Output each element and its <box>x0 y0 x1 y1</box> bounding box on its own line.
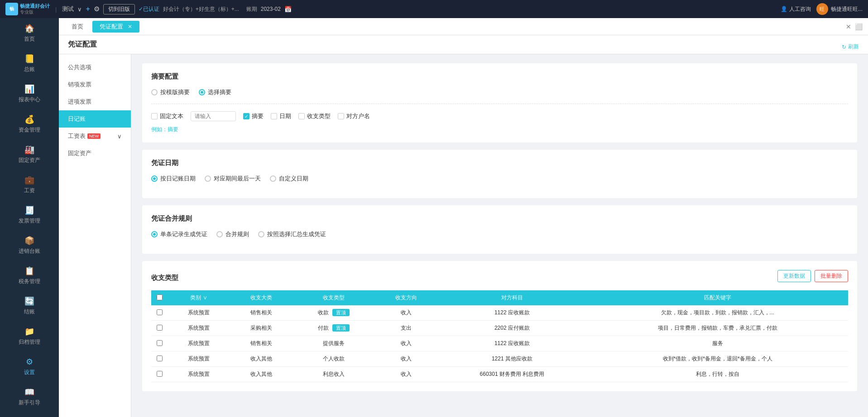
merge-rule-radio-group: 单条记录生成凭证 合并规则 按照选择汇总生成凭证 <box>151 230 848 238</box>
th-checkbox[interactable] <box>151 290 168 305</box>
checkbox-fixed-text[interactable]: 固定文本 <box>151 112 183 120</box>
avatar: 旺 <box>816 3 828 15</box>
main-content: 摘要配置 按模版摘要 选择摘要 <box>131 54 868 417</box>
th-counter-subject: 对方科目 <box>437 290 587 305</box>
sidebar-item-purchasesales[interactable]: 📦 进销台账 <box>0 230 59 261</box>
sidebar-item-tax[interactable]: 📋 税务管理 <box>0 261 59 291</box>
update-data-btn[interactable]: 更新数据 <box>777 270 811 282</box>
guide-icon: 📖 <box>24 387 34 397</box>
summary-title: 摘要配置 <box>151 72 848 81</box>
sidebar-item-settings[interactable]: ⚙ 设置 <box>0 351 59 382</box>
funds-icon: 💰 <box>24 114 34 124</box>
row-checkbox-2[interactable] <box>157 340 163 346</box>
left-nav: 公共选项 销项发票 进项发票 日记账 工资表 NEW ∨ 固定资产 <box>59 54 131 417</box>
checkbox-income-type[interactable]: 收支类型 <box>298 112 331 120</box>
left-nav-sales-invoice[interactable]: 销项发票 <box>59 76 131 93</box>
help-btn[interactable]: 👤 人工咨询 <box>781 5 811 13</box>
user-menu[interactable]: 旺 畅捷通旺旺... <box>816 3 863 15</box>
add-btn[interactable]: + <box>86 5 90 13</box>
left-nav-diary[interactable]: 日记账 <box>59 110 131 128</box>
period-label: 账期 <box>246 5 257 13</box>
top-tag-0[interactable]: 置顶 <box>332 309 350 316</box>
left-nav-fixed-assets[interactable]: 固定资产 <box>59 145 131 162</box>
sidebar-item-assets[interactable]: 🏭 固定资产 <box>0 139 59 170</box>
row-checkbox-3[interactable] <box>157 355 163 361</box>
calendar-icon[interactable]: 📅 <box>284 6 292 13</box>
salary-icon: 💼 <box>24 175 34 185</box>
sidebar-item-home[interactable]: 🏠 首页 <box>0 18 59 48</box>
sidebar: 🏠 首页 📒 总账 📊 报表中心 💰 资金管理 🏭 固定资产 💼 工资 🧾 发票… <box>0 18 59 417</box>
product-tags: 好会计（专）+好生意（标）+... <box>163 5 239 13</box>
tab-bar: 首页 凭证配置 ✕ ✕ ⬜ <box>59 18 868 35</box>
ledger-icon: 📒 <box>24 54 34 64</box>
purchasesales-icon: 📦 <box>24 236 34 246</box>
left-nav-public[interactable]: 公共选项 <box>59 59 131 76</box>
table-row: 系统预置 收入其他 个人收款 收入 1221 其他应收款 收到*借款，收到*备用… <box>151 351 848 367</box>
radio-select-summary[interactable]: 选择摘要 <box>199 88 231 96</box>
th-keywords: 匹配关键字 <box>587 290 848 305</box>
sidebar-item-guide[interactable]: 📖 新手引导 <box>0 382 59 412</box>
table-actions: 更新数据 批量删除 <box>777 270 848 282</box>
content-area: 首页 凭证配置 ✕ ✕ ⬜ 凭证配置 ↻ 刷新 公共选项 <box>59 18 868 417</box>
archive-icon: 📁 <box>24 327 34 336</box>
income-expense-section: 收支类型 更新数据 批量删除 <box>142 261 857 391</box>
fixed-text-input[interactable] <box>191 111 236 121</box>
table-row: 系统预置 收入其他 利息收入 收入 660301 财务费用 利息费用 利息，行转… <box>151 367 848 382</box>
sidebar-item-archive[interactable]: 📁 归档管理 <box>0 321 59 351</box>
assets-icon: 🏭 <box>24 145 34 155</box>
company-name: 畅捷通好会计 <box>20 3 50 9</box>
summary-checkbox-row: 固定文本 ✓ 摘要 日期 收支类型 <box>151 111 848 121</box>
tab-voucher-config[interactable]: 凭证配置 ✕ <box>92 21 139 33</box>
select-all-checkbox[interactable] <box>157 294 163 300</box>
radio-merge-rule[interactable]: 合并规则 <box>216 230 249 238</box>
certified-tag: ✓已认证 <box>139 5 159 13</box>
sidebar-item-invoice[interactable]: 🧾 发票管理 <box>0 200 59 230</box>
row-checkbox-1[interactable] <box>157 325 163 331</box>
inner-layout: 公共选项 销项发票 进项发票 日记账 工资表 NEW ∨ 固定资产 <box>59 54 868 417</box>
radio-period-last-day[interactable]: 对应期间最后一天 <box>205 175 261 183</box>
merge-rule-section: 凭证合并规则 单条记录生成凭证 合并规则 按照选择汇总生成凭证 <box>142 205 857 254</box>
settings-icon[interactable]: ⚙ <box>94 5 100 13</box>
voucher-date-radio-group: 按日记账日期 对应期间最后一天 自定义日期 <box>151 175 848 183</box>
main-layout: 🏠 首页 📒 总账 📊 报表中心 💰 资金管理 🏭 固定资产 💼 工资 🧾 发票… <box>0 18 868 417</box>
th-big-category: 收支大类 <box>230 290 293 305</box>
voucher-date-section: 凭证日期 按日记账日期 对应期间最后一天 自定义日期 <box>142 150 857 198</box>
radio-single-record[interactable]: 单条记录生成凭证 <box>151 230 207 238</box>
income-expense-title: 收支类型 <box>151 274 178 282</box>
home-icon: 🏠 <box>24 24 34 33</box>
radio-select-total[interactable]: 按照选择汇总生成凭证 <box>258 230 326 238</box>
checkbox-summary[interactable]: ✓ 摘要 <box>243 112 264 120</box>
checkbox-date[interactable]: 日期 <box>271 112 291 120</box>
close-window-btn[interactable]: ✕ <box>846 23 851 30</box>
reports-icon: 📊 <box>24 84 34 94</box>
batch-delete-btn[interactable]: 批量删除 <box>815 270 848 282</box>
radio-diary-date[interactable]: 按日记账日期 <box>151 175 196 183</box>
top-tag-1[interactable]: 置顶 <box>332 324 350 332</box>
sidebar-item-member[interactable]: 👑 畅会员 <box>0 412 59 417</box>
tab-close-btn[interactable]: ✕ <box>128 24 132 30</box>
left-nav-purchase-invoice[interactable]: 进项发票 <box>59 93 131 110</box>
sidebar-item-ledger[interactable]: 📒 总账 <box>0 48 59 79</box>
top-right-actions: 👤 人工咨询 旺 畅捷通旺旺... <box>781 3 863 15</box>
row-checkbox-0[interactable] <box>157 309 163 315</box>
closing-icon: 🔄 <box>24 296 34 306</box>
tab-home[interactable]: 首页 <box>64 21 91 33</box>
sidebar-item-funds[interactable]: 💰 资金管理 <box>0 109 59 139</box>
invoice-icon: 🧾 <box>24 205 34 215</box>
checkbox-counter-name[interactable]: 对方户名 <box>338 112 370 120</box>
sidebar-item-reports[interactable]: 📊 报表中心 <box>0 79 59 109</box>
refresh-btn[interactable]: ↻ 刷新 <box>842 43 859 51</box>
radio-custom-date[interactable]: 自定义日期 <box>270 175 308 183</box>
switch-old-btn[interactable]: 切到旧版 <box>103 4 135 14</box>
sidebar-item-closing[interactable]: 🔄 结账 <box>0 291 59 321</box>
row-checkbox-4[interactable] <box>157 371 163 377</box>
table-row: 系统预置 销售相关 提供服务 收入 1122 应收账款 服务 <box>151 336 848 351</box>
voucher-date-title: 凭证日期 <box>151 159 848 167</box>
left-nav-payroll[interactable]: 工资表 NEW ∨ <box>59 128 131 145</box>
sidebar-item-salary[interactable]: 💼 工资 <box>0 170 59 200</box>
radio-template-summary[interactable]: 按模版摘要 <box>151 88 190 96</box>
period-value: 2023-02 <box>261 6 281 12</box>
table-row: 系统预置 销售相关 收款 置顶 收入 1122 应收账款 欠款，现金，项目款，到… <box>151 305 848 321</box>
summary-section: 摘要配置 按模版摘要 选择摘要 <box>142 63 857 142</box>
maximize-window-btn[interactable]: ⬜ <box>855 23 863 30</box>
